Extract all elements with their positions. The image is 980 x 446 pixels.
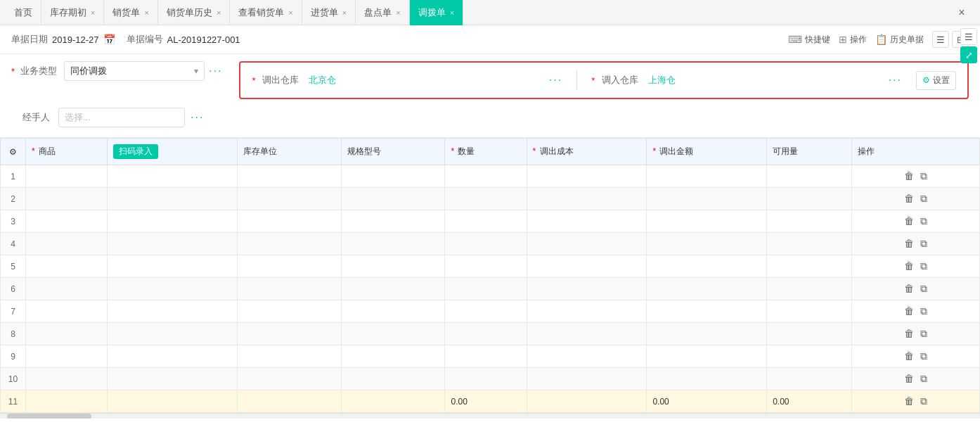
horizontal-scrollbar[interactable] [0,413,980,419]
row-available [767,165,852,188]
subtotal-amount: 0.00 [767,390,852,413]
transfer-out-value[interactable]: 北京仓 [309,74,336,87]
handler-row: 经手人 选择... ··· [11,105,969,130]
col-cost: 调出成本 [527,139,647,165]
tab-close-sales-history[interactable]: × [217,8,221,17]
transfer-in-value[interactable]: 上海仓 [648,74,676,87]
copy-icon[interactable]: ⧉ [920,170,927,181]
table-row: 10 🗑 ⧉ [1,368,980,390]
tab-close-inventory-init[interactable]: × [91,8,95,17]
table-row: 7 🗑 ⧉ [1,300,980,323]
form-area: * 业务类型 同价调拨 ▾ ··· * 调出仓库 北京仓 ··· * 调入仓库 … [0,54,980,138]
row-num: 9 [1,345,26,368]
col-gear[interactable]: ⚙ [1,139,26,165]
delete-icon[interactable]: 🗑 [904,395,914,407]
delete-icon[interactable]: 🗑 [904,283,914,294]
window-close-button[interactable]: × [949,0,974,25]
handler-label: 经手人 [22,111,50,124]
biz-type-input[interactable]: 同价调拨 ▾ [64,61,205,81]
delete-icon[interactable]: 🗑 [904,238,914,249]
delete-icon[interactable]: 🗑 [904,170,914,181]
tab-sales-order[interactable]: 销货单 × [104,0,157,25]
row-product[interactable] [26,165,108,188]
shortcut-action[interactable]: ⌨ 快捷键 [788,34,830,46]
warehouse-divider [576,70,577,91]
settings-button[interactable]: ⚙ 设置 [916,71,956,90]
table-row: 3 🗑 ⧉ [1,210,980,233]
col-amount: 调出金额 [647,139,767,165]
tab-sales-history[interactable]: 销货单历史 × [158,0,230,25]
row-num: 8 [1,323,26,345]
biz-type-value: 同价调拨 [70,65,194,77]
date-value[interactable]: 2019-12-27 [52,34,99,45]
view-list-icon[interactable]: ☰ [932,31,949,48]
biz-type-label: 业务类型 [20,65,57,77]
tab-close-sales-order[interactable]: × [144,8,148,17]
delete-icon[interactable]: 🗑 [904,350,914,362]
table-row: 1 🗑 ⧉ [1,165,980,188]
delete-icon[interactable]: 🗑 [904,215,914,227]
scroll-thumb[interactable] [7,414,91,419]
copy-icon[interactable]: ⧉ [920,350,927,362]
row-num: 2 [1,188,26,210]
delete-icon[interactable]: 🗑 [904,328,914,339]
row-ops: 🗑 ⧉ [851,210,979,233]
table-row: 5 🗑 ⧉ [1,255,980,278]
copy-icon[interactable]: ⧉ [920,395,927,407]
row-unit [237,165,341,188]
subtotal-row: 11 0.00 0.00 0.00 🗑 ⧉ [1,390,980,413]
toolbar-right: ⌨ 快捷键 ⊞ 操作 📋 历史单据 ☰ ⊟ [788,31,969,48]
tab-close-inventory-count[interactable]: × [396,8,400,17]
transfer-out-label: 调出仓库 [262,74,299,87]
toolbar-left: 单据日期 2019-12-27 📅 单据编号 AL-20191227-001 [11,33,240,46]
copy-icon[interactable]: ⧉ [920,215,927,227]
table-row: 2 🗑 ⧉ [1,188,980,210]
row-cost[interactable] [527,165,647,188]
row-num: 5 [1,255,26,278]
tab-close-purchase-order[interactable]: × [342,8,347,17]
doc-no-label: 单据编号 [127,33,163,46]
copy-icon[interactable]: ⧉ [920,238,927,249]
delete-icon[interactable]: 🗑 [904,260,914,272]
row-spec [341,165,445,188]
calendar-icon[interactable]: 📅 [103,34,115,45]
warehouse-section: * 调出仓库 北京仓 ··· * 调入仓库 上海仓 ··· ⚙ 设置 [239,61,969,99]
tab-purchase-order[interactable]: 进货单 × [302,0,356,25]
sidebar-list-icon[interactable]: ☰ [960,28,977,45]
copy-icon[interactable]: ⧉ [920,328,927,339]
tab-view-sales[interactable]: 查看销货单 × [230,0,302,25]
copy-icon[interactable]: ⧉ [920,305,927,317]
doc-no-field-group: 单据编号 AL-20191227-001 [127,33,240,46]
date-field-group: 单据日期 2019-12-27 📅 [11,33,115,46]
sidebar-expand-icon[interactable]: ⤢ [960,46,977,63]
col-scan: 扫码录入 [108,139,237,165]
delete-icon[interactable]: 🗑 [904,305,914,317]
copy-icon[interactable]: ⧉ [920,283,927,294]
handler-more-btn[interactable]: ··· [191,111,204,124]
operation-action[interactable]: ⊞ 操作 [839,34,867,46]
handler-input[interactable]: 选择... [58,108,185,127]
tab-inventory-count[interactable]: 盘点单 × [356,0,409,25]
row-ops: 🗑 ⧉ [851,345,979,368]
row-qty[interactable] [445,165,527,188]
row-ops: 🗑 ⧉ [851,300,979,323]
tab-home[interactable]: 首页 [6,0,41,25]
scan-button[interactable]: 扫码录入 [113,144,158,159]
delete-icon[interactable]: 🗑 [904,373,914,384]
row-ops: 🗑 ⧉ [851,255,979,278]
toolbar: 单据日期 2019-12-27 📅 单据编号 AL-20191227-001 ⌨… [0,25,980,54]
delete-icon[interactable]: 🗑 [904,193,914,204]
doc-no-value: AL-20191227-001 [167,34,240,45]
transfer-out-more-btn[interactable]: ··· [549,74,562,87]
tab-close-view-sales[interactable]: × [288,8,292,17]
tab-close-transfer-order[interactable]: × [450,8,454,17]
transfer-in-more-btn[interactable]: ··· [889,74,902,87]
tab-transfer-order[interactable]: 调拨单 × [410,0,463,25]
tab-inventory-init[interactable]: 库存期初 × [41,0,104,25]
copy-icon[interactable]: ⧉ [920,260,927,272]
history-action[interactable]: 📋 历史单据 [875,34,924,46]
copy-icon[interactable]: ⧉ [920,193,927,204]
biz-type-more-btn[interactable]: ··· [209,65,222,77]
row-num: 3 [1,210,26,233]
copy-icon[interactable]: ⧉ [920,373,927,384]
